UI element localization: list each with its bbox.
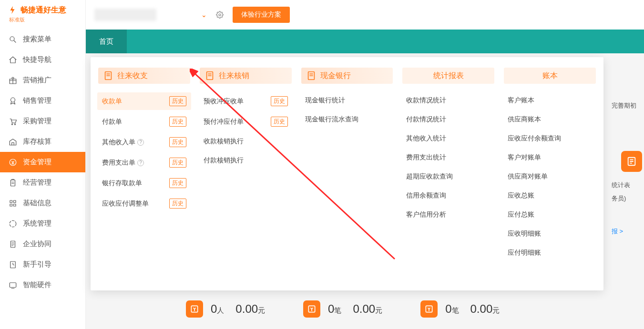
- doc-icon: [204, 70, 215, 81]
- sidebar-item-4[interactable]: 采购管理: [0, 111, 85, 131]
- mega-col-title: 账本: [542, 71, 558, 81]
- stat-0: 0人0.00元: [186, 300, 265, 318]
- help-icon[interactable]: ?: [137, 139, 144, 146]
- mega-item-1-2[interactable]: 收款核销执行: [199, 133, 293, 150]
- nav: 搜索菜单快捷导航营销推广销售管理采购管理库存核算资金管理经营管理基础信息系统管理…: [0, 26, 85, 329]
- svg-rect-7: [10, 200, 12, 203]
- mega-col-header: 现金银行: [301, 68, 393, 84]
- mega-col-header: 账本: [504, 68, 596, 84]
- mega-item-0-0[interactable]: 收款单历史: [97, 92, 191, 110]
- mega-item-label: 收款情况统计: [406, 96, 446, 105]
- mega-item-4-1[interactable]: 供应商账本: [503, 111, 597, 128]
- history-badge[interactable]: 历史: [169, 158, 186, 168]
- sidebar-item-10[interactable]: 企业协同: [0, 234, 85, 254]
- mega-item-4-2[interactable]: 应收应付余额查询: [503, 130, 597, 147]
- sidebar-item-7[interactable]: 经营管理: [0, 172, 85, 193]
- mega-item-label: 预付冲应付单: [204, 118, 244, 126]
- history-badge[interactable]: 历史: [271, 96, 288, 106]
- mega-item-1-1[interactable]: 预付冲应付单历史: [199, 113, 293, 130]
- mega-item-0-5[interactable]: 应收应付调整单历史: [97, 195, 191, 212]
- org-name-blurred: [94, 9, 156, 21]
- mega-item-1-3[interactable]: 付款核销执行: [199, 152, 293, 169]
- svg-rect-13: [10, 261, 16, 268]
- sidebar-item-9[interactable]: 系统管理: [0, 213, 85, 234]
- mega-item-4-4[interactable]: 供应商对账单: [503, 169, 597, 185]
- history-badge[interactable]: 历史: [271, 117, 288, 127]
- mega-item-3-1[interactable]: 付款情况统计: [401, 111, 495, 128]
- mega-item-4-8[interactable]: 应付明细账: [503, 245, 597, 261]
- mega-item-3-5[interactable]: 信用余额查询: [401, 188, 495, 204]
- mega-item-label: 客户信用分析: [406, 210, 446, 219]
- sidebar-item-6[interactable]: 资金管理: [0, 152, 85, 172]
- cart-icon: [9, 117, 17, 126]
- peek-text: 统计表: [612, 179, 642, 192]
- sidebar-item-label: 新手引导: [23, 260, 51, 269]
- svg-point-3: [11, 123, 12, 124]
- mega-item-3-0[interactable]: 收款情况统计: [401, 92, 495, 109]
- sidebar-item-12[interactable]: 智能硬件: [0, 275, 85, 295]
- mega-item-3-6[interactable]: 客户信用分析: [401, 207, 495, 223]
- mega-item-3-3[interactable]: 费用支出统计: [401, 150, 495, 166]
- mega-col-4: 账本客户账本供应商账本应收应付余额查询客户对账单供应商对账单应收总账应付总账应收…: [499, 68, 601, 280]
- mega-item-4-3[interactable]: 客户对账单: [503, 150, 597, 166]
- mega-item-0-2[interactable]: 其他收入单 ?历史: [97, 133, 191, 151]
- mega-item-4-5[interactable]: 应收总账: [503, 188, 597, 204]
- mega-item-label: 应收应付余额查询: [508, 134, 561, 143]
- mega-item-4-0[interactable]: 客户账本: [503, 92, 597, 109]
- gear-icon[interactable]: [214, 9, 226, 21]
- sidebar-item-2[interactable]: 营销推广: [0, 70, 85, 90]
- sidebar-item-label: 智能硬件: [23, 280, 51, 289]
- mega-col-3: 统计报表收款情况统计付款情况统计其他收入统计费用支出统计超期应收款查询信用余额查…: [398, 68, 499, 280]
- sidebar-item-1[interactable]: 快捷导航: [0, 50, 85, 70]
- doc-icon: [103, 70, 113, 81]
- sidebar-item-5[interactable]: 库存核算: [0, 131, 85, 152]
- mega-item-label: 供应商账本: [508, 115, 541, 124]
- sidebar-item-8[interactable]: 基础信息: [0, 193, 85, 213]
- mega-item-4-6[interactable]: 应付总账: [503, 207, 597, 223]
- grid-icon: [9, 199, 17, 208]
- mega-item-4-7[interactable]: 应收明细账: [503, 226, 597, 242]
- history-badge[interactable]: 历史: [169, 117, 186, 127]
- mega-item-label: 费用支出单 ?: [102, 159, 144, 167]
- peek-text: 完善期初: [612, 99, 642, 113]
- mega-item-label: 供应商对账单: [508, 172, 548, 181]
- mega-item-label: 付款情况统计: [406, 115, 446, 124]
- mega-item-0-1[interactable]: 付款单历史: [97, 113, 191, 130]
- svg-point-0: [10, 37, 14, 41]
- logo: 畅捷通好生意 标准版: [0, 0, 85, 26]
- tab-home[interactable]: 首页: [86, 30, 127, 53]
- mega-item-0-4[interactable]: 银行存取款单历史: [97, 174, 191, 192]
- sidebar-item-11[interactable]: 新手引导: [0, 254, 85, 275]
- tab-bar: 首页: [86, 30, 644, 53]
- stat-1: 0笔0.00元: [303, 300, 382, 318]
- history-badge[interactable]: 历史: [169, 96, 186, 106]
- brand-name: 畅捷通好生意: [20, 5, 66, 15]
- main: ⌄ 体验行业方案 首页 往来收支收款单历史付款单历史其他收入单 ?历史费用支出单…: [86, 0, 644, 329]
- sidebar-item-0[interactable]: 搜索菜单: [0, 29, 85, 50]
- sidebar-item-label: 采购管理: [23, 117, 51, 126]
- mega-item-1-0[interactable]: 预收冲应收单历史: [199, 92, 293, 110]
- sidebar-item-3[interactable]: 销售管理: [0, 90, 85, 111]
- svg-rect-9: [10, 204, 12, 206]
- chevron-down-icon[interactable]: ⌄: [201, 11, 207, 19]
- peek-icon[interactable]: [621, 151, 642, 172]
- history-badge[interactable]: 历史: [169, 199, 186, 209]
- stat-text: 0人0.00元: [211, 302, 265, 316]
- mega-col-1: 往来核销预收冲应收单历史预付冲应付单历史收款核销执行付款核销执行: [195, 68, 296, 280]
- mega-item-label: 其他收入统计: [406, 134, 446, 143]
- mega-item-label: 收款单: [102, 97, 122, 106]
- mega-item-0-3[interactable]: 费用支出单 ?历史: [97, 154, 191, 171]
- help-icon[interactable]: ?: [137, 160, 144, 166]
- cta-button[interactable]: 体验行业方案: [233, 7, 290, 23]
- mega-item-3-2[interactable]: 其他收入统计: [401, 130, 495, 147]
- mega-item-2-0[interactable]: 现金银行统计: [300, 92, 394, 109]
- mega-item-label: 付款核销执行: [204, 156, 244, 165]
- history-badge[interactable]: 历史: [169, 178, 186, 188]
- svg-rect-8: [14, 200, 16, 203]
- mega-item-3-4[interactable]: 超期应收款查询: [401, 169, 495, 185]
- peek-link[interactable]: 报 >: [612, 225, 642, 239]
- mega-item-2-1[interactable]: 现金银行流水查询: [300, 111, 394, 128]
- sidebar-item-label: 营销推广: [23, 76, 51, 85]
- mega-col-0: 往来收支收款单历史付款单历史其他收入单 ?历史费用支出单 ?历史银行存取款单历史…: [93, 68, 195, 280]
- history-badge[interactable]: 历史: [169, 137, 186, 147]
